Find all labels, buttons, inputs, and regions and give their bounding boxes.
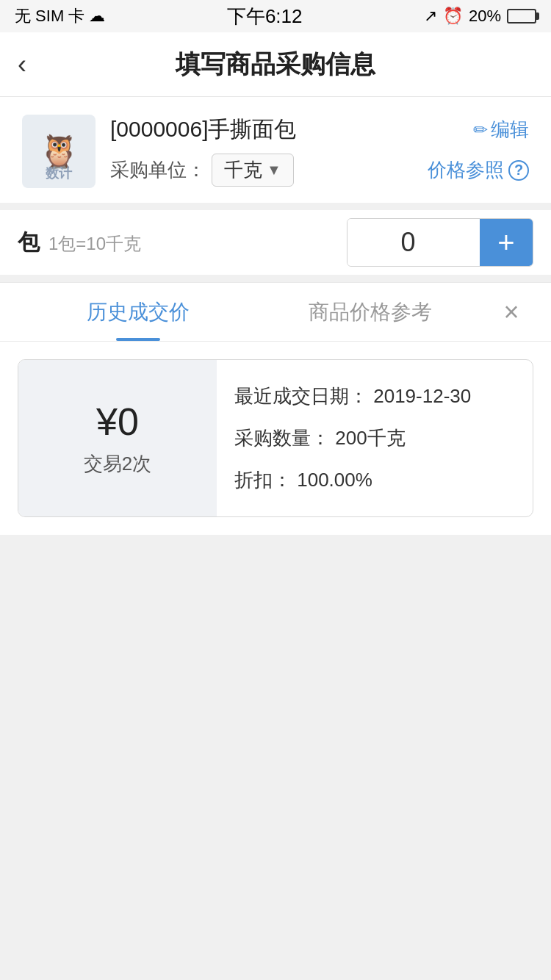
history-recent-date: 最近成交日期： 2019-12-30 (234, 382, 515, 411)
discount-value: 100.00% (297, 469, 372, 491)
product-thumbnail: 🦉 数计 (22, 115, 96, 188)
quantity-row: 包 1包=10千克 + (0, 210, 551, 275)
tab-price-ref-label: 商品价格参考 (309, 298, 432, 326)
tab-history-price[interactable]: 历史成交价 (22, 283, 254, 341)
product-name: [0000006]手撕面包 (110, 115, 296, 145)
status-left: 无 SIM 卡 ☁ (15, 5, 105, 27)
product-info: [0000006]手撕面包 ✏ 编辑 采购单位： 千克 ▼ 价格参照 ? (110, 115, 529, 187)
product-top-row: 🦉 数计 [0000006]手撕面包 ✏ 编辑 采购单位： 千克 ▼ (22, 115, 529, 188)
edit-label: 编辑 (491, 117, 529, 143)
quantity-input-group: + (347, 218, 533, 267)
discount-label: 折扣： (234, 469, 292, 491)
location-icon: ↗ (424, 7, 437, 26)
edit-icon: ✏ (473, 120, 488, 140)
purchase-unit-row: 采购单位： 千克 ▼ 价格参照 ? (110, 154, 529, 187)
back-button[interactable]: ‹ (18, 49, 26, 80)
tabs-section: 历史成交价 商品价格参考 × ¥0 交易2次 最近成交日期： 2019-12-3… (0, 282, 551, 976)
tab-history-label: 历史成交价 (87, 298, 190, 326)
unit-select-dropdown[interactable]: 千克 ▼ (212, 154, 294, 187)
dropdown-arrow-icon: ▼ (267, 162, 281, 179)
battery-percent: 20% (469, 7, 501, 26)
product-card: 🦉 数计 [0000006]手撕面包 ✏ 编辑 采购单位： 千克 ▼ (0, 97, 551, 203)
price-reference-button[interactable]: 价格参照 ? (428, 157, 529, 183)
history-transaction-count: 交易2次 (84, 451, 151, 477)
edit-button[interactable]: ✏ 编辑 (473, 117, 529, 143)
quantity-section: 包 1包=10千克 + (0, 203, 551, 275)
status-bar: 无 SIM 卡 ☁ 下午6:12 ↗ ⏰ 20% (0, 0, 551, 32)
status-right: ↗ ⏰ 20% (424, 7, 536, 26)
tab-price-reference[interactable]: 商品价格参考 (254, 283, 486, 341)
unit-label: 采购单位： (110, 157, 206, 183)
unit-value: 千克 (224, 157, 262, 183)
quantity-value: 200千克 (335, 427, 405, 449)
quantity-input[interactable] (347, 219, 480, 266)
status-time: 下午6:12 (227, 4, 303, 29)
battery-icon (507, 9, 536, 24)
tab-close-button[interactable]: × (494, 295, 529, 330)
tab-active-indicator (116, 338, 160, 341)
quantity-label: 采购数量： (234, 427, 330, 449)
history-quantity: 采购数量： 200千克 (234, 424, 515, 453)
alarm-icon: ⏰ (443, 7, 463, 26)
history-discount: 折扣： 100.00% (234, 466, 515, 494)
history-price-card: ¥0 交易2次 最近成交日期： 2019-12-30 采购数量： 200千克 折… (18, 359, 533, 517)
history-price-value: ¥0 (96, 400, 139, 444)
content-area (0, 535, 551, 976)
quantity-label-group: 包 1包=10千克 (18, 228, 347, 258)
nav-bar: ‹ 填写商品采购信息 (0, 32, 551, 97)
recent-date-label: 最近成交日期： (234, 385, 368, 407)
recent-date-value: 2019-12-30 (373, 385, 471, 407)
page-title: 填写商品采购信息 (176, 48, 375, 82)
history-price-left: ¥0 交易2次 (18, 360, 217, 516)
price-ref-label: 价格参照 (428, 157, 504, 183)
price-ref-help-icon: ? (508, 160, 529, 181)
history-price-right: 最近成交日期： 2019-12-30 采购数量： 200千克 折扣： 100.0… (217, 360, 533, 516)
product-name-row: [0000006]手撕面包 ✏ 编辑 (110, 115, 529, 145)
owl-label: 数计 (46, 165, 72, 182)
quantity-plus-button[interactable]: + (480, 219, 533, 266)
signal-text: 无 SIM 卡 ☁ (15, 5, 105, 27)
quantity-conversion: 1包=10千克 (48, 232, 141, 256)
quantity-unit: 包 (18, 228, 40, 258)
tabs-header: 历史成交价 商品价格参考 × (0, 283, 551, 342)
